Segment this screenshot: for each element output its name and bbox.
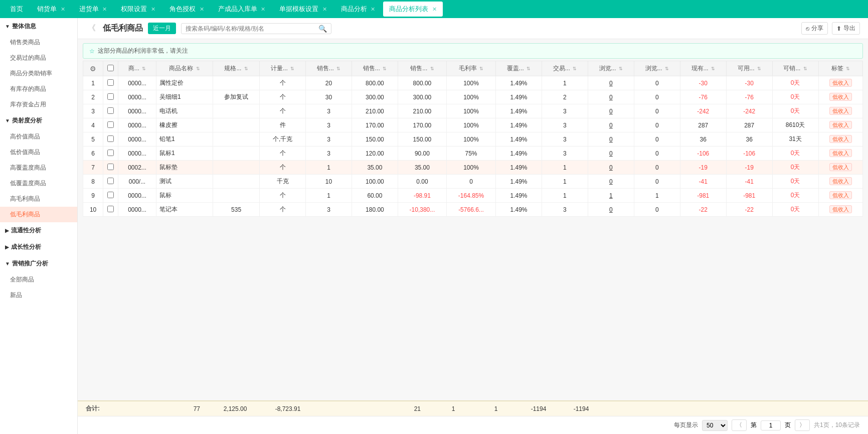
row-views1[interactable]: 0 <box>588 118 634 132</box>
row-views1[interactable]: 0 <box>588 147 634 161</box>
page-size-select[interactable]: 50 100 200 <box>702 420 728 431</box>
sidebar-item-low-coverage[interactable]: 低覆盖度商品 <box>0 176 77 191</box>
row-checkbox[interactable] <box>103 161 118 175</box>
row-views1[interactable]: 0 <box>588 203 634 217</box>
row-checkbox[interactable] <box>103 132 118 147</box>
search-box[interactable]: 🔍 <box>181 23 331 34</box>
row-select-checkbox[interactable] <box>107 107 114 114</box>
th-checkbox[interactable] <box>103 61 118 76</box>
sidebar-item-high-margin[interactable]: 高毛利商品 <box>0 191 77 207</box>
nav-item-purchase[interactable]: 进货单 ✕ <box>73 2 113 17</box>
row-views1[interactable]: 0 <box>588 132 634 147</box>
close-purchase-icon[interactable]: ✕ <box>102 6 107 12</box>
th-spec[interactable]: 规格... ⇅ <box>213 61 260 76</box>
row-select-checkbox[interactable] <box>107 192 114 198</box>
row-checkbox[interactable] <box>103 175 118 189</box>
th-unit[interactable]: 计量... ⇅ <box>260 61 306 76</box>
sidebar-item-low-value[interactable]: 低价值商品 <box>0 144 77 160</box>
row-select-checkbox[interactable] <box>107 206 114 212</box>
tag-badge: 低收入 <box>829 93 852 101</box>
close-analysis-list-icon[interactable]: ✕ <box>432 6 437 12</box>
row-select-checkbox[interactable] <box>107 121 114 128</box>
row-select-checkbox[interactable] <box>107 164 114 170</box>
select-all-checkbox[interactable] <box>107 65 114 71</box>
sidebar-item-in-stock[interactable]: 有库存的商品 <box>0 81 77 97</box>
row-views1[interactable]: 0 <box>588 104 634 118</box>
sidebar-item-new-goods[interactable]: 新品 <box>0 287 77 303</box>
sidebar-group-category[interactable]: ▼ 类射度分析 <box>0 112 77 129</box>
nav-item-analysis-list[interactable]: 商品分析列表 ✕ <box>383 2 443 17</box>
close-analysis-icon[interactable]: ✕ <box>371 6 375 12</box>
next-page-btn[interactable]: 〉 <box>795 419 810 431</box>
sidebar-group-marketing[interactable]: ▼ 营销推广分析 <box>0 255 77 272</box>
th-sales-profit[interactable]: 销售... ⇅ <box>398 61 446 76</box>
nav-item-permissions[interactable]: 权限设置 ✕ <box>115 2 161 17</box>
nav-item-analysis[interactable]: 商品分析 ✕ <box>335 2 382 17</box>
th-views1[interactable]: 浏览... ⇅ <box>588 61 634 76</box>
sidebar-item-sales-goods[interactable]: 销售类商品 <box>0 35 77 50</box>
export-btn[interactable]: ⬆ 导出 <box>832 22 860 35</box>
page-number-input[interactable] <box>761 420 781 430</box>
share-btn[interactable]: ⎋ 分享 <box>801 22 828 35</box>
th-name[interactable]: 商品名称 ⇅ <box>156 61 213 76</box>
row-checkbox[interactable] <box>103 118 118 132</box>
row-views1[interactable]: 0 <box>588 161 634 175</box>
export-icon: ⬆ <box>836 25 841 32</box>
row-views1[interactable]: 0 <box>588 175 634 189</box>
th-gross-margin[interactable]: 毛利率 ⇅ <box>446 61 495 76</box>
filter-recent-month-btn[interactable]: 近一月 <box>148 23 176 34</box>
th-transactions[interactable]: 交易... ⇅ <box>542 61 588 76</box>
row-select-checkbox[interactable] <box>107 150 114 156</box>
nav-item-roles[interactable]: 角色授权 ✕ <box>163 2 210 17</box>
search-input[interactable] <box>186 25 318 32</box>
row-select-checkbox[interactable] <box>107 178 114 184</box>
sidebar-collapse-btn[interactable]: 《 <box>86 23 98 34</box>
th-gear[interactable]: ⚙ <box>83 61 103 76</box>
th-coverage[interactable]: 覆盖... ⇅ <box>496 61 542 76</box>
sidebar-group-overall[interactable]: ▼ 整体信息 <box>0 18 77 35</box>
th-stock-available[interactable]: 可用... ⇅ <box>726 61 772 76</box>
row-checkbox[interactable] <box>103 203 118 217</box>
table-container[interactable]: ⚙ 商... ⇅ 商品名称 ⇅ 规格... ⇅ 计量... ⇅ 销售... ⇅ … <box>78 61 868 400</box>
th-tag[interactable]: 标签 ⇅ <box>818 61 862 76</box>
sidebar-item-traded-goods[interactable]: 交易过的商品 <box>0 50 77 66</box>
sidebar-item-category-sales[interactable]: 商品分类助销率 <box>0 66 77 81</box>
row-checkbox[interactable] <box>103 104 118 118</box>
nav-item-home[interactable]: 首页 <box>4 2 29 17</box>
close-templates-icon[interactable]: ✕ <box>322 6 327 12</box>
sidebar-item-all-goods[interactable]: 全部商品 <box>0 272 77 287</box>
nav-item-templates[interactable]: 单据模板设置 ✕ <box>273 2 333 17</box>
row-checkbox[interactable] <box>103 147 118 161</box>
sidebar-item-stock-capital[interactable]: 库存资金占用 <box>0 97 77 112</box>
sidebar-group-growth[interactable]: ▶ 成长性分析 <box>0 239 77 255</box>
close-roles-icon[interactable]: ✕ <box>200 6 204 12</box>
th-views2[interactable]: 浏览... ⇅ <box>634 61 680 76</box>
th-stock-current[interactable]: 现有... ⇅ <box>680 61 726 76</box>
row-views1[interactable]: 0 <box>588 90 634 104</box>
row-views1[interactable]: 0 <box>588 76 634 90</box>
gear-icon[interactable]: ⚙ <box>90 65 96 73</box>
sidebar-item-low-margin[interactable]: 低毛利商品 <box>0 207 77 222</box>
th-sales-amt[interactable]: 销售... ⇅ <box>352 61 398 76</box>
sidebar-item-high-coverage[interactable]: 高覆盖度商品 <box>0 160 77 176</box>
row-checkbox[interactable] <box>103 189 118 203</box>
row-select-checkbox[interactable] <box>107 79 114 86</box>
nav-item-products[interactable]: 产成品入库单 ✕ <box>212 2 272 17</box>
row-sales-amt: 35.00 <box>352 161 398 175</box>
close-sales-icon[interactable]: ✕ <box>61 6 65 12</box>
row-select-checkbox[interactable] <box>107 93 114 100</box>
row-views1[interactable]: 1 <box>588 189 634 203</box>
search-icon[interactable]: 🔍 <box>318 25 327 33</box>
close-permissions-icon[interactable]: ✕ <box>151 6 155 12</box>
row-checkbox[interactable] <box>103 90 118 104</box>
prev-page-btn[interactable]: 〈 <box>732 419 747 431</box>
row-select-checkbox[interactable] <box>107 135 114 142</box>
row-checkbox[interactable] <box>103 76 118 90</box>
sidebar-group-liquidity[interactable]: ▶ 流通性分析 <box>0 222 77 239</box>
th-code[interactable]: 商... ⇅ <box>118 61 156 76</box>
th-sales-qty[interactable]: 销售... ⇅ <box>306 61 352 76</box>
close-products-icon[interactable]: ✕ <box>261 6 265 12</box>
sidebar-item-high-value[interactable]: 高价值商品 <box>0 129 77 144</box>
th-stock-saleable[interactable]: 可销... ⇅ <box>772 61 818 76</box>
nav-item-sales[interactable]: 销货单 ✕ <box>31 2 71 17</box>
